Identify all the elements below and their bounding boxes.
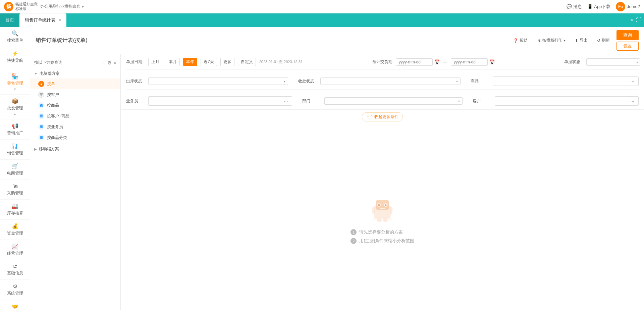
download-icon: 📱 — [587, 4, 593, 9]
tab-close-icon[interactable]: × — [59, 18, 61, 22]
date-btn-this-month[interactable]: 本月 — [166, 58, 180, 66]
svg-rect-9 — [390, 207, 392, 214]
scheme-icon-5: 图 — [38, 135, 44, 141]
sidebar: 🔍 搜索菜单 ⚡ 快捷导航 🏪 零售管理 ▾ 📦 批发管理 ▴ 📢 营销推广 📊… — [0, 27, 30, 310]
status-select-wrapper — [586, 58, 640, 66]
date-from-input[interactable] — [396, 58, 433, 66]
product-more-icon[interactable]: ··· — [629, 79, 636, 84]
scheme-group-mobile-title[interactable]: ▶ 移动端方案 — [30, 144, 120, 154]
customer-input[interactable] — [498, 98, 629, 104]
scheme-item-0[interactable]: ● 按单 — [30, 79, 120, 89]
expand-icon: ▾ — [14, 87, 16, 91]
tab-home[interactable]: 首页 — [0, 13, 19, 27]
scheme-item-5[interactable]: 图 按商品分类 — [30, 132, 120, 143]
sidebar-item-basic[interactable]: 🗂 基础信息 — [0, 260, 30, 280]
customer-more-icon[interactable]: ··· — [629, 98, 636, 104]
export-icon: ⬇ — [575, 38, 578, 43]
sidebar-item-ecommerce[interactable]: 🛒 电商管理 — [0, 160, 30, 180]
calendar-to-icon[interactable]: 📅 — [489, 59, 495, 65]
salesperson-label: 业务员 — [126, 98, 145, 104]
sidebar-item-sales[interactable]: 📊 销售管理 — [0, 140, 30, 160]
sidebar-item-purchase[interactable]: 🛍 采购管理 — [0, 180, 30, 200]
message-action[interactable]: 💬 消息 — [567, 4, 582, 10]
basic-icon: 🗂 — [12, 263, 18, 269]
date-btn-last-month[interactable]: 上月 — [148, 58, 162, 66]
refresh-button[interactable]: ↺ 刷新 — [594, 36, 612, 45]
receipt-select[interactable] — [320, 78, 460, 85]
avatar: Ea — [616, 2, 625, 11]
salesperson-more-icon[interactable]: ··· — [283, 98, 289, 104]
status-label: 单据状态 — [564, 59, 583, 65]
search-icon: 🔍 — [12, 30, 18, 37]
sidebar-quick-nav[interactable]: ⚡ 快捷导航 — [0, 47, 30, 67]
dept-select[interactable] — [324, 97, 462, 105]
sidebar-ecommerce-label: 电商管理 — [7, 170, 23, 176]
date-btn-custom[interactable]: 自定义 — [238, 58, 256, 66]
page-body: 按以下方案查询 + ⚙ « ▼ 电脑端方案 ● 按单 — [30, 54, 644, 310]
date-to-input[interactable] — [451, 58, 488, 66]
sidebar-item-marketing[interactable]: 📢 营销推广 — [0, 119, 30, 140]
sidebar-item-operations[interactable]: 📈 经营管理 — [0, 240, 30, 260]
add-scheme-button[interactable]: + — [103, 60, 105, 65]
receipt-select-wrapper: ▾ — [320, 78, 460, 85]
sidebar-item-enterprise[interactable]: 🤝 企业协同 — [0, 300, 30, 310]
scheme-group-pc: ▼ 电脑端方案 ● 按单 客 按客户 图 按商品 — [30, 69, 120, 143]
tab-bar: 首页 销售订单统计表 × × ⛶ — [0, 13, 644, 27]
scheme-item-3[interactable]: 图 按客户+商品 — [30, 111, 120, 121]
sidebar-item-retail[interactable]: 🏪 零售管理 ▾ — [0, 70, 30, 95]
purchase-icon: 🛍 — [12, 183, 18, 189]
app-download-action[interactable]: 📱 App下载 — [587, 4, 610, 10]
user-action[interactable]: Ea demo2 — [616, 2, 640, 11]
sidebar-item-finance[interactable]: 💰 资金管理 — [0, 220, 30, 240]
scheme-item-4[interactable]: 图 按业务员 — [30, 121, 120, 132]
scheme-item-1[interactable]: 客 按客户 — [30, 89, 120, 100]
date-btn-this-year[interactable]: 本年 — [183, 58, 197, 66]
help-button[interactable]: ❓ 帮助 — [511, 36, 530, 45]
content-area: 销售订单统计表(按单) ❓ 帮助 🖨 按模板打印 ▾ ⬇ 导出 ↺ 刷新 — [30, 27, 644, 310]
sales-icon: 📊 — [12, 143, 18, 149]
sidebar-search[interactable]: 🔍 搜索菜单 — [0, 27, 30, 47]
chevron-down-icon[interactable]: ▾ — [82, 4, 84, 9]
fullscreen-button[interactable]: ⛶ — [636, 17, 641, 23]
right-panel: 单据日期 上月 本月 本年 近7天 更多 自定义 2023-01-01 至 20… — [121, 54, 644, 310]
print-icon: 🖨 — [537, 38, 541, 43]
date-from-group: 📅 — [396, 58, 440, 66]
scheme-group-pc-title[interactable]: ▼ 电脑端方案 — [30, 69, 120, 79]
scheme-item-2[interactable]: 图 按商品 — [30, 100, 120, 111]
sidebar-system-label: 系统管理 — [7, 291, 23, 296]
sidebar-item-wholesale[interactable]: 📦 批发管理 ▴ — [0, 95, 30, 119]
collapse-panel-button[interactable]: « — [114, 60, 116, 65]
left-panel-header: 按以下方案查询 + ⚙ « — [30, 58, 120, 67]
date-btn-more[interactable]: 更多 — [220, 58, 234, 66]
sidebar-sales-label: 销售管理 — [7, 150, 23, 156]
query-button[interactable]: 查询 — [616, 30, 639, 40]
scheme-icon-0: ● — [38, 81, 44, 87]
left-panel-header-icons: + ⚙ « — [103, 60, 116, 65]
outstock-select-wrapper: ▾ — [148, 78, 288, 85]
settings-button[interactable]: 设置 — [616, 42, 639, 51]
collapse-filter-button[interactable]: ⌃⌃ 收起更多条件 — [362, 112, 403, 121]
sidebar-operations-label: 经营管理 — [7, 251, 23, 256]
sidebar-basic-label: 基础信息 — [7, 270, 23, 276]
page-title: 销售订单统计表(按单) — [36, 37, 88, 44]
sidebar-purchase-label: 采购管理 — [7, 190, 23, 196]
tab-active[interactable]: 销售订单统计表 × — [19, 13, 66, 27]
status-select[interactable] — [586, 58, 640, 66]
sidebar-search-label: 搜索菜单 — [7, 38, 23, 43]
salesperson-input[interactable] — [151, 98, 283, 104]
svg-rect-7 — [380, 208, 385, 209]
sidebar-item-inventory[interactable]: 🏭 库存核算 — [0, 200, 30, 220]
svg-point-5 — [378, 204, 380, 206]
date-btn-7days[interactable]: 近7天 — [201, 58, 217, 66]
calendar-from-icon[interactable]: 📅 — [434, 59, 440, 65]
product-input[interactable] — [496, 78, 629, 85]
close-window-button[interactable]: × — [630, 17, 633, 23]
template-print-button[interactable]: 🖨 按模板打印 ▾ — [534, 36, 568, 45]
outstock-label: 出库状态 — [126, 79, 145, 84]
date-label: 单据日期 — [126, 59, 145, 65]
setting-scheme-button[interactable]: ⚙ — [107, 60, 112, 65]
outstock-select[interactable] — [148, 78, 288, 85]
sidebar-item-system[interactable]: ⚙ 系统管理 — [0, 280, 30, 300]
export-button[interactable]: ⬇ 导出 — [572, 36, 590, 45]
sidebar-inventory-label: 库存核算 — [7, 210, 23, 216]
